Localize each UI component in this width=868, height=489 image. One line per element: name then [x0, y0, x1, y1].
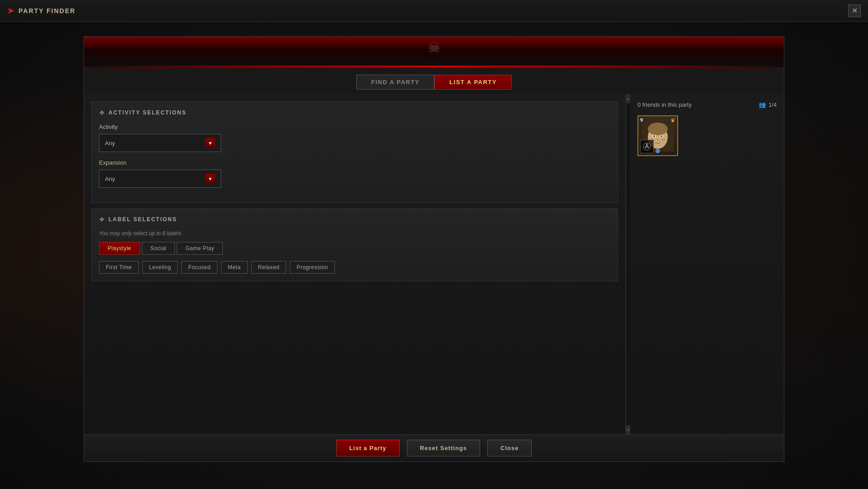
skull-ornament-icon: ☠ [428, 39, 441, 56]
left-panel-scrollbar[interactable]: ▲ ▼ [626, 94, 630, 434]
sub-tab-social[interactable]: Social [142, 242, 175, 255]
dialog-content: ❖ ACTIVITY SELECTIONS Activity Any ▼ Exp… [84, 94, 784, 434]
expansion-dropdown-arrow-icon: ▼ [205, 174, 215, 184]
expansion-label: Expansion [99, 159, 610, 166]
label-sub-tabs: Playstyle Social Game Play [99, 242, 610, 255]
action-bar: List a Party Reset Settings Close [84, 434, 784, 461]
party-count-value: 1/4 [769, 101, 777, 108]
sub-tab-playstyle[interactable]: Playstyle [99, 242, 140, 255]
activity-section: ❖ ACTIVITY SELECTIONS Activity Any ▼ Exp… [91, 101, 618, 203]
avatar-level: 9 [640, 117, 643, 123]
label-tag-focused[interactable]: Focused [181, 261, 217, 274]
activity-section-icon: ❖ [99, 109, 105, 116]
label-tag-relaxed[interactable]: Relaxed [251, 261, 287, 274]
activity-label: Activity [99, 123, 610, 130]
title-bar-arrow-icon: ➤ [7, 6, 14, 16]
tab-list-party[interactable]: LIST A PARTY [434, 75, 512, 90]
friends-count-text: 0 friends in this party [637, 101, 692, 108]
tab-navigation: FIND A PARTY LIST A PARTY [84, 68, 784, 94]
party-count-icon: 👥 [759, 101, 766, 108]
reset-settings-button[interactable]: Reset Settings [407, 440, 480, 456]
label-section-title: LABEL SELECTIONS [108, 216, 177, 223]
close-window-button[interactable]: ✕ [848, 5, 861, 17]
label-tags-container: First Time Leveling Focused Meta Relaxed… [99, 261, 610, 274]
friends-header: 0 friends in this party 👥 1/4 [637, 101, 777, 108]
svg-point-2 [648, 123, 668, 135]
dialog-header: ☠ [84, 37, 784, 68]
expansion-field: Expansion Any ▼ [99, 159, 610, 188]
party-count: 👥 1/4 [759, 101, 777, 108]
avatar-class-icon [640, 140, 654, 153]
label-description: You may only select up to 8 labels. [99, 230, 610, 237]
party-finder-dialog: ☠ FIND A PARTY LIST A PARTY ❖ ACTIVITY S… [84, 36, 784, 462]
activity-dropdown-arrow-icon: ▼ [205, 138, 215, 148]
close-button[interactable]: Close [487, 440, 532, 456]
activity-dropdown[interactable]: Any ▼ [99, 134, 221, 152]
svg-point-6 [660, 135, 662, 137]
avatar-gem-icon [656, 149, 660, 153]
title-bar-title: PARTY FINDER [19, 7, 75, 14]
right-panel: 0 friends in this party 👥 1/4 [630, 94, 784, 434]
label-tag-leveling[interactable]: Leveling [142, 261, 178, 274]
avatar-slot-0[interactable]: 9 ♛ [637, 115, 678, 156]
sub-tab-gameplay[interactable]: Game Play [177, 242, 223, 255]
label-section: ❖ LABEL SELECTIONS You may only select u… [91, 208, 618, 281]
scroll-track [626, 103, 630, 425]
activity-section-header: ❖ ACTIVITY SELECTIONS [99, 109, 610, 116]
scroll-down-button[interactable]: ▼ [626, 425, 630, 434]
list-party-button[interactable]: List a Party [336, 440, 400, 456]
activity-section-title: ACTIVITY SELECTIONS [108, 109, 186, 116]
title-bar: ➤ PARTY FINDER ✕ [0, 0, 868, 22]
label-section-header: ❖ LABEL SELECTIONS [99, 216, 610, 223]
party-members-list: 9 ♛ [637, 115, 777, 156]
label-tag-meta[interactable]: Meta [221, 261, 248, 274]
svg-point-8 [662, 138, 665, 141]
left-panel: ❖ ACTIVITY SELECTIONS Activity Any ▼ Exp… [84, 94, 626, 434]
label-tag-progression[interactable]: Progression [290, 261, 335, 274]
title-bar-left: ➤ PARTY FINDER [7, 6, 75, 16]
activity-dropdown-wrapper: Any ▼ [99, 134, 221, 152]
activity-field: Activity Any ▼ [99, 123, 610, 152]
label-section-icon: ❖ [99, 216, 105, 223]
svg-point-5 [653, 135, 655, 137]
label-tag-first-time[interactable]: First Time [99, 261, 139, 274]
scroll-up-button[interactable]: ▲ [626, 94, 630, 103]
expansion-dropdown[interactable]: Any ▼ [99, 170, 221, 188]
expansion-dropdown-value: Any [105, 176, 115, 182]
activity-dropdown-value: Any [105, 140, 115, 147]
tab-find-party[interactable]: FIND A PARTY [356, 75, 434, 90]
expansion-dropdown-wrapper: Any ▼ [99, 170, 221, 188]
avatar-crown-icon: ♛ [670, 117, 675, 123]
